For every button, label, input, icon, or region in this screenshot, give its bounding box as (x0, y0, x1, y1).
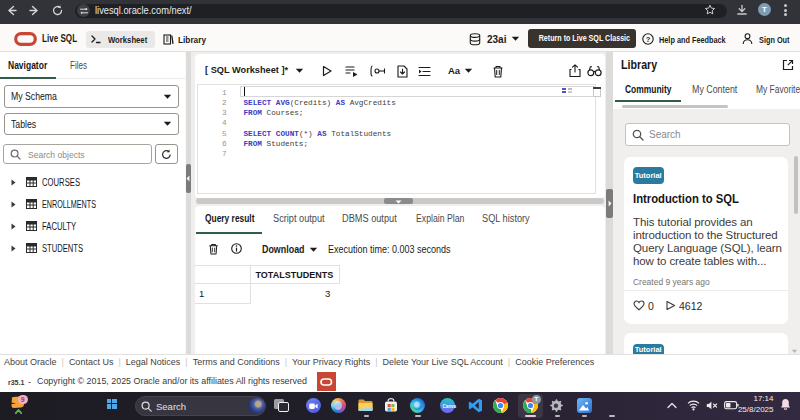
svg-text:?: ? (646, 35, 651, 44)
